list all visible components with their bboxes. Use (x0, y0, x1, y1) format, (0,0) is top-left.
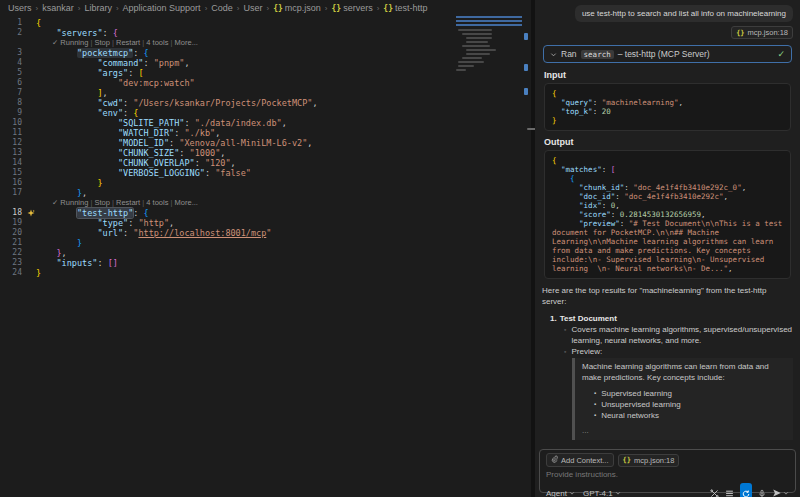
list-icon (725, 484, 734, 497)
line-number: 17 (0, 188, 36, 198)
tool-call-header[interactable]: Ran search – test-http (MCP Server) ✓ (543, 45, 792, 63)
preview-bullet-text: Neural networks (601, 410, 659, 421)
codelens-restart[interactable]: Restart (116, 198, 140, 208)
code-line[interactable]: 20 "url": "http://localhost:8001/mcp" (0, 228, 531, 238)
minimap-code-line (466, 53, 490, 55)
chat-input[interactable]: Add Context... {} mcp.json:18 Provide in… (539, 449, 796, 493)
composer-context-chip[interactable]: {} mcp.json:18 (618, 454, 680, 467)
editor-code[interactable]: 1{2 "servers": {✓ Running | Stop | Resta… (0, 16, 531, 278)
mode-select[interactable]: Agent (546, 489, 575, 497)
code-line[interactable]: 9 "env": { (0, 108, 531, 118)
code-line[interactable]: 6 "dev:mcp:watch" (0, 78, 531, 88)
codelens-more-[interactable]: More... (175, 198, 198, 208)
breadcrumb-item-users[interactable]: Users (8, 3, 32, 13)
codelens-more-[interactable]: More... (175, 38, 198, 48)
code-line[interactable]: 8 "cwd": "/Users/ksankar/Projects/Pocket… (0, 98, 531, 108)
square-bullet-icon: ▪ (594, 388, 596, 399)
code-line: "idx": 0, (552, 201, 783, 210)
message-context-chip[interactable]: {} mcp.json:18 (731, 26, 793, 39)
breadcrumb-item-user[interactable]: User (243, 3, 262, 13)
line-number: 16 (0, 178, 36, 188)
codelens-row: ✓ Running | Stop | Restart | 4 tools | M… (0, 38, 531, 48)
line-number: 13 (0, 148, 36, 158)
auto-approve-toggle[interactable] (740, 483, 752, 497)
code-text: "VERBOSE_LOGGING": "false" (36, 168, 251, 178)
code-text: }, (36, 188, 87, 198)
configure-tools-button[interactable] (710, 484, 719, 497)
codelens-4-tools[interactable]: 4 tools (146, 198, 168, 208)
code-line[interactable]: 24} (0, 268, 531, 278)
result-title: 2.Machine Learning Basics (542, 446, 793, 447)
send-button[interactable] (772, 484, 789, 497)
line-number: 15 (0, 168, 36, 178)
circle-bullet-icon: ◦ (564, 324, 566, 346)
codelens-stop[interactable]: Stop (94, 38, 109, 48)
ruler-decoration (524, 88, 528, 95)
codelens-stop[interactable]: Stop (94, 198, 109, 208)
codelens-4-tools[interactable]: 4 tools (146, 38, 168, 48)
result-bullets: ◦Covers machine learning algorithms, sup… (564, 324, 793, 357)
code-line[interactable]: 16 } (0, 178, 531, 188)
model-select[interactable]: GPT-4.1 (583, 489, 621, 497)
codelens-running[interactable]: ✓ Running (52, 38, 88, 48)
code-text: "CHUNK_SIZE": "1000", (36, 148, 225, 158)
result-bullet-text: Covers machine learning algorithms, supe… (571, 324, 793, 346)
instructions-list-button[interactable] (725, 484, 734, 497)
code-line[interactable]: 13 "CHUNK_SIZE": "1000", (0, 148, 531, 158)
codelens-running[interactable]: ✓ Running (52, 198, 88, 208)
code-line[interactable]: 11 "WATCH_DIR": "./kb", (0, 128, 531, 138)
code-line[interactable]: 17 }, (0, 188, 531, 198)
code-text: "CHUNK_OVERLAP": "120", (36, 158, 236, 168)
overview-ruler (524, 0, 529, 497)
result-title: 1.Test Document (542, 313, 793, 324)
code-line[interactable]: 1{ (0, 18, 531, 28)
result-item: 1.Test Document◦Covers machine learning … (542, 313, 793, 440)
code-line[interactable]: 19 "type": "http", (0, 218, 531, 228)
breadcrumb-item-ksankar[interactable]: ksankar (42, 3, 74, 13)
braces-icon: {} (273, 4, 283, 13)
breadcrumb-item-mcp-json[interactable]: {}mcp.json (273, 3, 321, 13)
code-line[interactable]: 14 "CHUNK_OVERLAP": "120", (0, 158, 531, 168)
breadcrumb-item-code[interactable]: Code (211, 3, 233, 13)
code-line[interactable]: 10 "SQLITE_PATH": "./data/index.db", (0, 118, 531, 128)
code-line[interactable]: 3 "pocketmcp": { (0, 48, 531, 58)
minimap-code-line (462, 33, 492, 35)
code-line: "top_k": 20 (552, 107, 783, 116)
breadcrumb-item-test-http[interactable]: {}test-http (383, 3, 427, 13)
copilot-sparkle-icon[interactable] (27, 209, 35, 217)
code-line: "doc_id": "doc_4e1f4fb3410e292c", (552, 192, 783, 201)
breadcrumb-label: User (243, 3, 262, 13)
check-icon: ✓ (777, 49, 785, 59)
chat-input-placeholder: Provide instructions. (546, 470, 789, 479)
paperclip-icon (551, 455, 558, 465)
code-line[interactable]: 23 "inputs": [] (0, 258, 531, 268)
breadcrumb-item-application-support[interactable]: Application Support (123, 3, 201, 13)
minimap-highlight (456, 24, 522, 26)
code-text: } (36, 268, 41, 278)
code-line[interactable]: 18 "test-http": { (0, 208, 531, 218)
code-text: }, (36, 248, 67, 258)
code-line[interactable]: 4 "command": "pnpm", (0, 58, 531, 68)
code-line[interactable]: 7 ], (0, 88, 531, 98)
breadcrumb-item-servers[interactable]: {}servers (332, 3, 373, 13)
code-line[interactable]: 5 "args": [ (0, 68, 531, 78)
code-line[interactable]: 21 } (0, 238, 531, 248)
code-line[interactable]: 2 "servers": { (0, 28, 531, 38)
add-context-button[interactable]: Add Context... (546, 453, 614, 467)
breadcrumb-item-library[interactable]: Library (84, 3, 112, 13)
code-text: "command": "pnpm", (36, 58, 190, 68)
line-number: 24 (0, 268, 36, 278)
codelens-restart[interactable]: Restart (116, 38, 140, 48)
breadcrumb-separator: › (377, 4, 380, 13)
code-line[interactable]: 12 "MODEL_ID": "Xenova/all-MiniLM-L6-v2"… (0, 138, 531, 148)
codelens-row: ✓ Running | Stop | Restart | 4 tools | M… (0, 198, 531, 208)
chevron-down-icon (550, 51, 557, 58)
breadcrumb-separator: › (205, 4, 208, 13)
code-line[interactable]: 22 }, (0, 248, 531, 258)
voice-button[interactable] (758, 484, 766, 497)
code-text: "test-http": { (36, 208, 149, 218)
code-text: "type": "http", (36, 218, 174, 228)
braces-icon: {} (383, 4, 393, 13)
code-line[interactable]: 15 "VERBOSE_LOGGING": "false" (0, 168, 531, 178)
minimap[interactable] (456, 16, 522, 126)
